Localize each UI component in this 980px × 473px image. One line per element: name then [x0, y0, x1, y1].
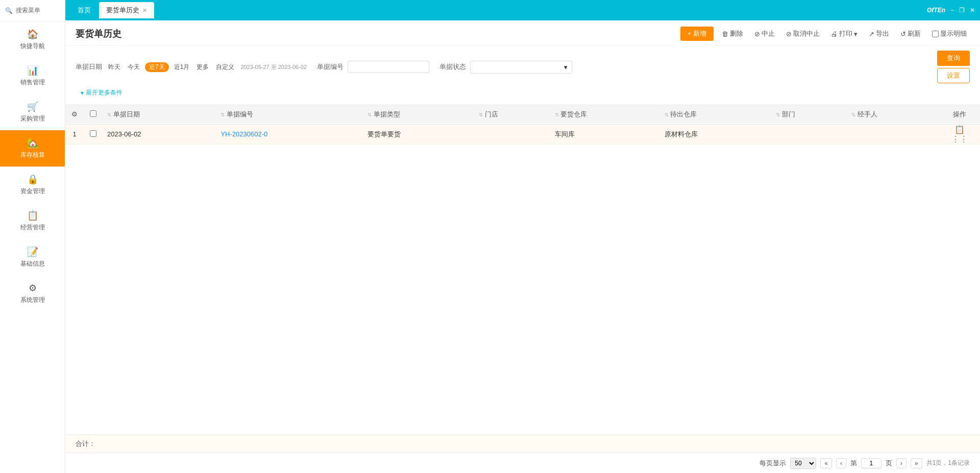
sort-icon-doc-type: ⇅	[368, 112, 372, 117]
td-handler	[846, 124, 939, 144]
show-detail-label: 显示明细	[940, 29, 967, 38]
date-opt-yesterday[interactable]: 昨天	[106, 62, 122, 72]
refresh-button-label: 刷新	[908, 29, 921, 38]
td-ops: 📋 ⋮⋮	[939, 124, 980, 144]
export-button[interactable]: ↗ 导出	[866, 27, 892, 40]
sidebar-item-label: 快捷导航	[20, 42, 45, 51]
main-area: 首页 要货单历史 ✕ OfTEn − ❐ ✕ 要货单历史 + 新增 🗑 删除	[65, 0, 980, 473]
delete-button[interactable]: 🗑 删除	[719, 27, 746, 40]
gear-icon: ⚙	[29, 282, 37, 294]
next-page-button[interactable]: ›	[896, 458, 906, 468]
td-store	[474, 124, 549, 144]
filter-row: 单据日期 昨天 今天 近7天 近1月 更多 自定义 2023-05-27 至 2…	[76, 51, 970, 83]
sort-icon-req-warehouse: ⇅	[555, 112, 559, 117]
row-req-warehouse: 车间库	[555, 130, 575, 138]
first-page-button[interactable]: «	[820, 458, 832, 468]
close-button[interactable]: ✕	[970, 7, 975, 14]
last-page-button[interactable]: »	[911, 458, 922, 468]
tab-order-history[interactable]: 要货单历史 ✕	[99, 2, 154, 18]
doc-status-select-wrapper: ▾	[470, 61, 572, 74]
sidebar-item-quick-nav[interactable]: 🏠 快捷导航	[0, 21, 65, 58]
sort-icon-pending-warehouse: ⇅	[665, 112, 669, 117]
sidebar-item-label: 采购管理	[20, 114, 45, 123]
chart-icon: 📊	[27, 65, 38, 76]
lock-icon: 🔒	[27, 174, 38, 185]
table-row: 1 2023-06-02 YH-20230602-0 要货单要货	[65, 124, 980, 144]
td-dept	[771, 124, 846, 144]
date-opt-1month[interactable]: 近1月	[172, 62, 192, 72]
page-number-input[interactable]	[861, 458, 881, 468]
cancel-stop-icon: ⊘	[786, 30, 792, 38]
td-settings: 1	[65, 124, 84, 144]
sidebar-item-inventory[interactable]: 🏡 库存核算	[0, 130, 65, 167]
date-opt-7days[interactable]: 近7天	[145, 62, 169, 72]
sort-icon-doc-no: ⇅	[220, 112, 225, 117]
td-doc-type: 要货单要货	[362, 124, 474, 144]
sidebar-item-system[interactable]: ⚙ 系统管理	[0, 275, 65, 312]
th-doc-no-label: 单据编号	[227, 110, 253, 118]
td-req-warehouse: 车间库	[550, 124, 659, 144]
table-header: ⚙ ⇅ 单据日期 ⇅ 单据编号	[65, 105, 980, 124]
sort-icon-store: ⇅	[479, 112, 483, 117]
page-title: 要货单历史	[76, 28, 121, 40]
print-button[interactable]: 🖨 打印 ▾	[828, 27, 861, 40]
sort-icon-date: ⇅	[107, 112, 111, 117]
sidebar-item-finance[interactable]: 🔒 资金管理	[0, 167, 65, 203]
tab-home[interactable]: 首页	[70, 2, 98, 18]
th-dept-label: 部门	[782, 110, 795, 118]
restore-button[interactable]: ❐	[959, 7, 965, 14]
table-wrapper: ⚙ ⇅ 单据日期 ⇅ 单据编号	[65, 105, 980, 435]
sidebar-item-sales[interactable]: 📊 销售管理	[0, 58, 65, 94]
doc-no-input[interactable]	[348, 61, 429, 73]
cancel-stop-button-label: 取消中止	[793, 29, 820, 38]
date-opt-custom[interactable]: 自定义	[214, 62, 236, 72]
th-store: ⇅ 门店	[474, 105, 549, 124]
warehouse-icon: 🏡	[27, 137, 38, 149]
sidebar-item-operations[interactable]: 📋 经营管理	[0, 203, 65, 239]
date-opt-today[interactable]: 今天	[126, 62, 142, 72]
row-date: 2023-06-02	[107, 130, 141, 138]
show-detail-toggle[interactable]: 显示明细	[929, 27, 970, 40]
stop-button[interactable]: ⊘ 中止	[751, 27, 778, 40]
date-filter-group: 单据日期 昨天 今天 近7天 近1月 更多 自定义 2023-05-27 至 2…	[76, 62, 307, 72]
tab-close-icon[interactable]: ✕	[142, 7, 147, 14]
row-edit-icon[interactable]: 📋	[953, 124, 966, 135]
th-settings: ⚙	[65, 105, 84, 124]
doc-status-label: 单据状态	[439, 62, 466, 72]
cancel-stop-button[interactable]: ⊘ 取消中止	[783, 27, 823, 40]
select-all-checkbox[interactable]	[90, 110, 96, 117]
doc-status-filter-group: 单据状态 ▾	[439, 61, 572, 74]
minimize-button[interactable]: −	[950, 7, 954, 14]
row-more-icon[interactable]: ⋮⋮	[950, 134, 969, 145]
sidebar-search[interactable]: 🔍 搜索菜单	[0, 0, 65, 21]
prev-page-button[interactable]: ‹	[836, 458, 846, 468]
new-button[interactable]: + 新增	[680, 27, 714, 41]
date-opt-more[interactable]: 更多	[194, 62, 211, 72]
stop-button-label: 中止	[762, 29, 775, 38]
th-store-label: 门店	[485, 110, 498, 118]
setting-button[interactable]: 设置	[937, 68, 970, 83]
page-size-select[interactable]: 50 10 20 100	[790, 458, 816, 469]
th-dept: ⇅ 部门	[771, 105, 846, 124]
settings-icon[interactable]: ⚙	[71, 110, 78, 118]
td-pending-warehouse: 原材料仓库	[659, 124, 771, 144]
doc-status-input[interactable]	[475, 63, 564, 70]
show-detail-checkbox[interactable]	[932, 31, 939, 37]
date-range-display: 2023-05-27 至 2023-06-02	[240, 63, 307, 71]
th-checkbox	[84, 105, 102, 124]
row-doc-no-link[interactable]: YH-20230602-0	[220, 130, 267, 138]
sidebar-item-purchase[interactable]: 🛒 采购管理	[0, 94, 65, 130]
th-req-warehouse: ⇅ 要货仓库	[550, 105, 659, 124]
th-pending-warehouse: ⇅ 待出仓库	[659, 105, 771, 124]
tab-home-label: 首页	[78, 6, 91, 15]
sidebar-item-basic[interactable]: 📝 基础信息	[0, 239, 65, 275]
refresh-button[interactable]: ↺ 刷新	[897, 27, 924, 40]
top-bar-right: OfTEn − ❐ ✕	[927, 7, 975, 14]
th-date-label: 单据日期	[113, 110, 140, 118]
expand-button[interactable]: ▾ 展开更多条件	[76, 86, 128, 99]
query-button[interactable]: 查询	[937, 51, 970, 66]
content-area: 要货单历史 + 新增 🗑 删除 ⊘ 中止 ⊘ 取消中止 🖨	[65, 20, 980, 473]
td-doc-no: YH-20230602-0	[215, 124, 362, 144]
th-handler-label: 经手人	[857, 110, 877, 118]
row-checkbox[interactable]	[90, 130, 96, 137]
